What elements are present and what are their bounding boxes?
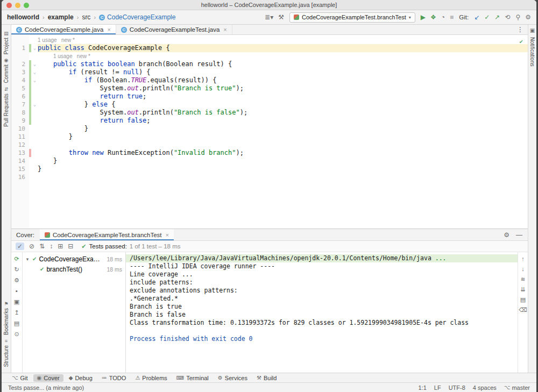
- show-ignored-icon[interactable]: ⊘: [29, 243, 34, 250]
- close-window-icon[interactable]: [6, 3, 12, 8]
- close-icon[interactable]: ×: [166, 232, 169, 238]
- editor-code-line[interactable]: 9 return false;: [11, 117, 528, 125]
- toolwindow-button-build[interactable]: ⚒Build: [253, 374, 280, 382]
- toolwindow-button-terminal[interactable]: ⌨Terminal: [173, 374, 213, 382]
- settings-gear-icon[interactable]: ⚙: [525, 14, 531, 20]
- status-lf[interactable]: LF: [434, 384, 441, 391]
- scroll-to-end-icon[interactable]: ⇊: [520, 287, 525, 293]
- stripe-button-commit[interactable]: ◉Commit: [3, 58, 9, 83]
- breadcrumb-item[interactable]: CCodeCoverageExample: [99, 13, 175, 21]
- print-icon[interactable]: ▤: [520, 297, 526, 303]
- import-test-results-icon[interactable]: ↥: [14, 310, 19, 316]
- editor-code-line[interactable]: 14 }: [11, 157, 528, 165]
- status-4-spaces[interactable]: 4 spaces: [473, 384, 497, 391]
- run-configuration-select[interactable]: CodeCoverageExampleTest.branchTest ▾: [289, 12, 415, 23]
- git-commit-icon[interactable]: ✓: [484, 14, 490, 20]
- status-progress-text[interactable]: Tests passe... (a minute ago): [8, 384, 84, 391]
- console-output[interactable]: /Users/lee/Library/Java/JavaVirtualMachi…: [126, 252, 518, 373]
- rerun-tests-icon[interactable]: ⟳: [14, 256, 19, 262]
- sort-by-duration-icon[interactable]: ↕: [49, 243, 53, 250]
- fold-icon[interactable]: ⌄: [32, 101, 38, 109]
- close-icon[interactable]: ×: [107, 26, 110, 33]
- show-passed-icon[interactable]: ✓: [16, 243, 24, 250]
- breadcrumb-item[interactable]: src: [82, 13, 90, 21]
- editor-code-line[interactable]: 6 return true;: [11, 92, 528, 101]
- collapse-all-icon[interactable]: ⊟: [68, 243, 73, 250]
- minimize-window-icon[interactable]: [15, 3, 20, 8]
- maximize-window-icon[interactable]: [24, 3, 29, 8]
- rerun-failed-tests-icon[interactable]: ↻: [14, 267, 19, 273]
- toolwindow-button-problems[interactable]: ⚠Problems: [131, 374, 171, 382]
- pin-tab-icon[interactable]: ⊙: [14, 331, 19, 337]
- editor-code-line[interactable]: 7⌄ } else {: [11, 101, 528, 109]
- profiler-icon[interactable]: ◔: [441, 14, 445, 20]
- screenshot-icon[interactable]: ▣: [14, 299, 19, 305]
- editor-code-line[interactable]: 2⌄ public static boolean branch(Boolean …: [11, 60, 528, 68]
- stripe-button-pull-requests[interactable]: ⇵Pull Requests: [3, 87, 9, 127]
- status-master[interactable]: ⌥master: [504, 384, 530, 391]
- editor-tab[interactable]: CCodeCoverageExample.java×: [11, 25, 116, 34]
- inspections-ok-icon[interactable]: ✔: [519, 38, 523, 45]
- toolwindow-button-services[interactable]: ⚙Services: [214, 374, 251, 382]
- status-utf-8[interactable]: UTF-8: [449, 384, 465, 391]
- inlay-hint[interactable]: 1 usage new *: [38, 52, 90, 60]
- editor-code-line[interactable]: 3⌄ if (result != null) {: [11, 68, 528, 76]
- build-hammer-icon[interactable]: ⚒: [278, 14, 284, 20]
- sort-alphabetically-icon[interactable]: ⇅: [39, 243, 45, 250]
- inlay-hint[interactable]: 1 usage new *: [38, 36, 75, 44]
- chevron-down-icon[interactable]: ▾: [25, 256, 30, 262]
- search-icon[interactable]: ⚲: [515, 14, 520, 20]
- notifications-icon[interactable]: ▣: [530, 28, 535, 33]
- editor-inlay-row[interactable]: 1 usage new *: [11, 52, 528, 60]
- hide-panel-icon[interactable]: —: [516, 232, 522, 238]
- code-editor[interactable]: 1 usage new *1⌄public class CodeCoverage…: [11, 35, 528, 229]
- stripe-button-structure[interactable]: ≡Structure: [3, 338, 9, 367]
- toolwindow-button-debug[interactable]: ◆Debug: [65, 374, 96, 382]
- close-icon[interactable]: ×: [223, 26, 226, 33]
- git-history-icon[interactable]: ⟲: [505, 14, 510, 20]
- stripe-button-bookmarks[interactable]: ⚑Bookmarks: [3, 301, 9, 335]
- fold-icon[interactable]: ⌄: [32, 76, 38, 84]
- toolwindow-button-cover[interactable]: ◉Cover: [33, 374, 63, 382]
- fold-icon[interactable]: ⌄: [32, 60, 38, 68]
- git-push-icon[interactable]: ↗: [494, 14, 500, 20]
- navbar-menu-icon[interactable]: ≣▾: [265, 14, 273, 20]
- editor-code-line[interactable]: 4⌄ if (Boolean.TRUE.equals(result)) {: [11, 76, 528, 84]
- editor-code-line[interactable]: 15}: [11, 165, 528, 173]
- test-tree-row[interactable]: ✔branchTest()18 ms: [23, 264, 125, 274]
- cover-tab[interactable]: CodeCoverageExampleTest.branchTest ×: [40, 229, 174, 240]
- breadcrumb-item[interactable]: example: [48, 13, 74, 21]
- stripe-button-notifications[interactable]: Notifications: [529, 37, 535, 66]
- stripe-button-project[interactable]: ▤Project: [3, 31, 9, 54]
- stop-icon[interactable]: ■: [450, 14, 454, 20]
- scroll-up-icon[interactable]: ↑: [521, 256, 525, 262]
- tab-options-icon[interactable]: ⋮: [513, 25, 528, 34]
- run-with-coverage-icon[interactable]: ❖: [430, 14, 436, 20]
- editor-code-line[interactable]: 10 }: [11, 125, 528, 133]
- editor-code-line[interactable]: 11 }: [11, 133, 528, 141]
- toolwindow-button-todo[interactable]: ≔TODO: [98, 374, 130, 382]
- breadcrumb-item[interactable]: helloworld: [7, 13, 39, 21]
- status-1-1[interactable]: 1:1: [419, 384, 427, 391]
- clear-console-icon[interactable]: ⌫: [519, 307, 527, 313]
- editor-code-line[interactable]: 5 System.out.println("Branch is true");: [11, 84, 528, 92]
- soft-wrap-icon[interactable]: ≋: [520, 276, 525, 282]
- settings-gear-icon[interactable]: ⚙: [504, 232, 509, 238]
- expand-command-line-link[interactable]: ...: [435, 254, 447, 262]
- git-update-icon[interactable]: ↙: [474, 14, 479, 20]
- test-settings-icon[interactable]: ⚙: [14, 277, 19, 283]
- run-icon[interactable]: ▶: [421, 14, 426, 20]
- expand-all-icon[interactable]: ⊞: [58, 243, 63, 250]
- toolwindow-button-git[interactable]: ⌥Git: [8, 374, 32, 382]
- editor-code-line[interactable]: 16: [11, 173, 528, 181]
- editor-inlay-row[interactable]: 1 usage new *: [11, 36, 528, 44]
- stop-process-icon[interactable]: ▪: [16, 288, 18, 294]
- editor-code-line[interactable]: 8 System.out.println("Branch is false");: [11, 109, 528, 117]
- fold-icon[interactable]: ⌄: [32, 68, 38, 76]
- scroll-down-icon[interactable]: ↓: [521, 266, 525, 272]
- editor-code-line[interactable]: 12: [11, 141, 528, 149]
- fold-icon[interactable]: ⌄: [32, 44, 38, 52]
- test-tree-row[interactable]: ▾✔CodeCoverageExampleTest18 ms: [23, 254, 125, 264]
- editor-code-line[interactable]: 13 throw new RuntimeException("Invalid b…: [11, 149, 528, 157]
- test-history-icon[interactable]: ▤: [14, 320, 19, 326]
